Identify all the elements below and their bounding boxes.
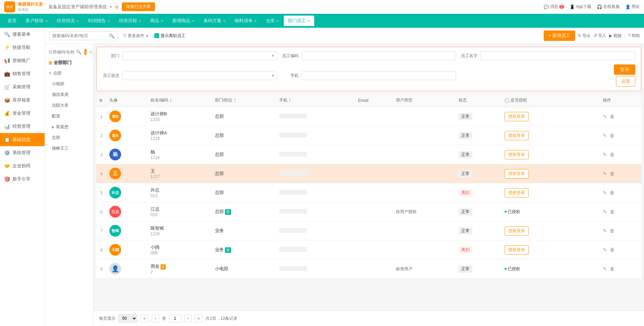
auth-login-button[interactable]: 授权登录 (505, 150, 529, 159)
th-dept[interactable]: 部门/职位 ▲▼ (212, 94, 276, 107)
sidebar-item-collab[interactable]: 🤝 企业协同 (0, 159, 45, 173)
tab-history[interactable]: 经营历程 ✕ (115, 16, 145, 26)
auth-login-button[interactable]: 授权登录 (505, 226, 529, 236)
delete-icon[interactable]: 🗑 (610, 171, 615, 176)
all-dept-item[interactable]: ⊞ 全部部门 (45, 58, 93, 68)
delete-icon[interactable]: 🗑 (610, 114, 615, 119)
message-btn[interactable]: 💬 消息 5 (544, 4, 564, 10)
th-settings[interactable]: ⚙ (96, 94, 107, 107)
app-download-btn[interactable]: 📱 App下载 (570, 4, 591, 10)
close-icon[interactable]: ✕ (138, 19, 141, 23)
close-icon[interactable]: ✕ (45, 19, 48, 23)
view-btn[interactable]: ▶ 视频 (609, 33, 622, 39)
dept-select[interactable]: ▾ (122, 51, 277, 60)
help-btn[interactable]: ? 帮助 (628, 33, 640, 39)
settings-icon[interactable]: ⚙ (115, 4, 119, 10)
dept-item-chashuwang[interactable]: 插树王三 (45, 143, 93, 154)
sidebar-item-basic[interactable]: 📋 基础信息 (0, 133, 45, 146)
first-page-btn[interactable]: « (140, 315, 149, 322)
sys-dropdown-icon[interactable]: ▾ (110, 5, 112, 9)
sidebar-item-finance[interactable]: 💰 资金管理 (0, 107, 45, 120)
delete-icon[interactable]: 🗑 (610, 190, 615, 195)
edit-icon[interactable]: ✎ (603, 133, 607, 138)
user-avatar[interactable]: 👤 用友 (625, 4, 640, 10)
edit-icon[interactable]: ✎ (603, 266, 607, 272)
close-icon[interactable]: ✕ (223, 19, 226, 23)
dept-search-input[interactable] (48, 50, 76, 54)
close-icon[interactable]: ✕ (307, 19, 310, 23)
edit-icon[interactable]: ✎ (603, 247, 607, 253)
search-box[interactable]: 🔍 (49, 32, 118, 40)
show-resigned-checkbox[interactable]: ✓ 显示离职员工 (154, 33, 185, 39)
phone-input[interactable] (301, 71, 456, 80)
set-button[interactable]: 设置 (616, 76, 635, 87)
delete-icon[interactable]: 🗑 (610, 247, 615, 253)
search-input[interactable] (52, 33, 108, 38)
trial-button[interactable]: 体验行业方案 (122, 2, 155, 11)
delete-icon[interactable]: 🗑 (610, 133, 615, 138)
dept-search-box[interactable]: 🔍 (48, 50, 81, 55)
sidebar-item-marketing[interactable]: 📢 营销推广 (0, 54, 45, 67)
edit-icon[interactable]: ✎ (603, 152, 607, 157)
page-number-input[interactable] (169, 315, 181, 322)
emp-status-select[interactable]: ▾ (122, 71, 277, 80)
per-page-select[interactable]: 50 100 (118, 314, 137, 323)
dept-item-zongbu-parent[interactable]: ▼ 总部 (45, 68, 93, 79)
dept-item-shuangdi[interactable]: ▶ 双底想 (45, 122, 93, 132)
edit-icon[interactable]: ✎ (603, 171, 607, 176)
export-btn[interactable]: ↻ 导出 (578, 33, 591, 39)
dept-edit-icon[interactable]: ✎ (84, 49, 87, 55)
dept-item-xiaodian[interactable]: 小电部 (45, 79, 93, 89)
sidebar-item-search[interactable]: 🔍 搜索菜单 (0, 28, 45, 41)
more-filter-btn[interactable]: ▽ 更多条件 ∧ (120, 32, 152, 40)
delete-icon[interactable]: 🗑 (610, 152, 615, 157)
th-name[interactable]: 姓名/编码 ▲▼ (148, 94, 212, 107)
tab-new-goods[interactable]: 新增商品 ✕ (168, 16, 199, 26)
delete-icon[interactable]: 🗑 (610, 209, 615, 214)
close-icon[interactable]: ✕ (276, 19, 279, 23)
tab-bom[interactable]: 物料清单 ✕ (230, 16, 261, 26)
tab-home[interactable]: 首页 (3, 16, 21, 26)
online-service-btn[interactable]: 🎧 在线客服 (597, 4, 620, 10)
sidebar-item-purchase[interactable]: 🛒 采购管理 (0, 80, 45, 94)
dept-item-zongbu[interactable]: 总部 (45, 132, 93, 143)
auth-login-button[interactable]: 授权登录 (505, 169, 529, 178)
prev-page-btn[interactable]: ‹ (152, 315, 159, 322)
delete-icon[interactable]: 🗑 (610, 266, 615, 272)
dept-item-peihuo[interactable]: 配货 (45, 111, 93, 122)
dept-item-project[interactable]: 项目库房 (45, 89, 93, 100)
delete-icon[interactable]: 🗑 (610, 228, 615, 234)
auth-login-button[interactable]: 授权登录 (505, 112, 529, 121)
close-icon[interactable]: ✕ (107, 19, 110, 23)
tab-dept-employee[interactable]: 部门员工 ✕ (284, 16, 314, 26)
auth-login-button[interactable]: 授权登录 (505, 131, 529, 140)
edit-icon[interactable]: ✎ (603, 209, 607, 214)
tab-operation[interactable]: 经营情况 ✕ (53, 16, 83, 26)
sidebar-item-quicknav[interactable]: ⚡ 快捷导航 (0, 41, 45, 54)
emp-code-input[interactable] (301, 51, 456, 60)
tab-customer[interactable]: 客户联络 ✕ (21, 16, 52, 26)
collapse-icon[interactable]: « (90, 49, 92, 55)
dept-item-shenyang[interactable]: 沈阳大库 (45, 100, 93, 111)
close-icon[interactable]: ✕ (192, 19, 194, 23)
edit-icon[interactable]: ✎ (603, 228, 607, 234)
last-page-btn[interactable]: » (194, 315, 203, 322)
emp-name-input[interactable] (480, 51, 635, 60)
edit-icon[interactable]: ✎ (603, 114, 607, 119)
import-btn[interactable]: ↺ 导入 (593, 33, 606, 39)
th-phone[interactable]: 手机 ▲▼ (276, 94, 355, 107)
auth-login-button[interactable]: 授权登录 (505, 188, 529, 197)
edit-icon[interactable]: ✎ (603, 190, 607, 195)
auth-login-button[interactable]: 授权登录 (505, 245, 529, 255)
tab-warehouse[interactable]: 仓库 ✕ (262, 16, 283, 26)
sidebar-item-inventory[interactable]: 📦 库存核算 (0, 94, 45, 107)
sidebar-item-guide[interactable]: 🎯 新手引导 (0, 173, 45, 186)
add-employee-button[interactable]: + 新增员工 (544, 30, 575, 41)
sidebar-item-sales[interactable]: 💼 销售管理 (0, 67, 45, 80)
tab-goods[interactable]: 商品 ✕ (146, 16, 167, 26)
sidebar-item-system[interactable]: ⚙️ 系统管理 (0, 146, 45, 159)
close-icon[interactable]: ✕ (254, 19, 257, 23)
sidebar-item-business[interactable]: 📊 经营管理 (0, 120, 45, 133)
tab-barcode[interactable]: 条码方案 ✕ (199, 16, 230, 26)
search-button[interactable]: 查询 (614, 64, 635, 75)
